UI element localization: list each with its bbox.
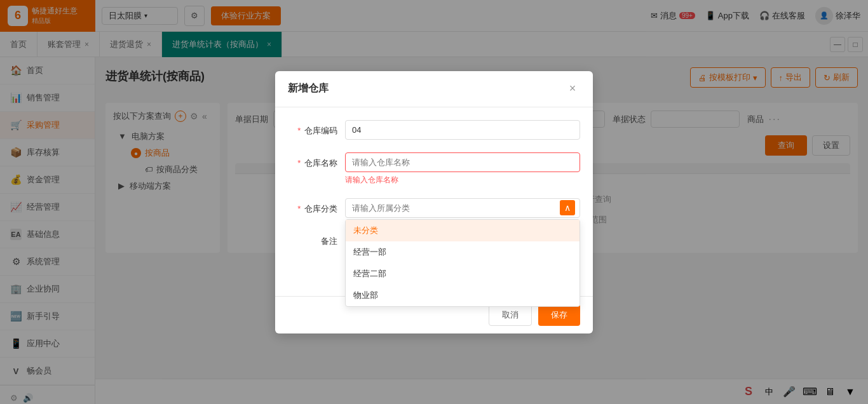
dropdown-item-1[interactable]: 经营一部	[346, 241, 580, 263]
dropdown-item-2[interactable]: 经营二部	[346, 263, 580, 285]
warehouse-category-row: * 仓库分类 ∧ 未分类	[288, 198, 580, 218]
modal-header: 新增仓库 ×	[275, 71, 593, 107]
dropdown-item-3[interactable]: 物业部	[346, 285, 580, 306]
modal-overlay: 新增仓库 × * 仓库编码 * 仓库名称	[0, 0, 868, 404]
cancel-button[interactable]: 取消	[489, 304, 532, 326]
new-warehouse-modal: 新增仓库 × * 仓库编码 * 仓库名称	[275, 71, 593, 333]
category-toggle-button[interactable]: ∧	[560, 200, 575, 215]
modal-close-button[interactable]: ×	[565, 81, 580, 97]
warehouse-name-input[interactable]	[345, 152, 580, 172]
category-input[interactable]	[345, 198, 580, 218]
warehouse-code-input[interactable]	[345, 120, 580, 140]
save-button[interactable]: 保存	[538, 304, 580, 326]
warehouse-name-error: 请输入仓库名称	[345, 175, 580, 185]
modal-body: * 仓库编码 * 仓库名称 请输入仓库名称	[275, 107, 593, 296]
warehouse-code-row: * 仓库编码	[288, 120, 580, 140]
category-wrapper: ∧ 未分类 经营一部 经营二部	[345, 198, 580, 218]
modal-title: 新增仓库	[288, 82, 329, 95]
category-dropdown: 未分类 经营一部 经营二部 物业部	[345, 219, 580, 307]
warehouse-name-row: * 仓库名称 请输入仓库名称	[288, 152, 580, 185]
dropdown-item-0[interactable]: 未分类	[346, 220, 580, 241]
